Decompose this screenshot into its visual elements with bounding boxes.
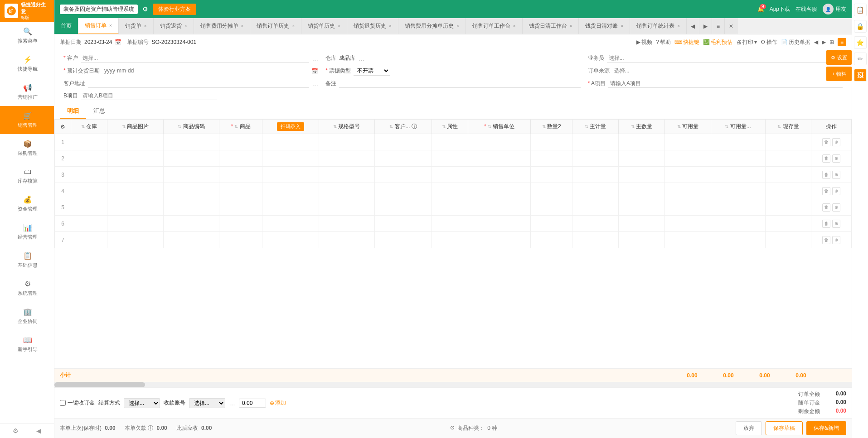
add-payment-btn[interactable]: ⊕ 添加 [270, 399, 286, 407]
row-6-customer-field[interactable] [375, 216, 432, 232]
sidebar-item-search[interactable]: 🔍 搜索菜单 [0, 22, 54, 50]
tab-close-order-workbench[interactable]: × [513, 24, 516, 29]
row-6-sales-unit[interactable] [468, 216, 531, 232]
row-2-attribute[interactable] [432, 150, 468, 167]
next-record-btn[interactable]: ▶ [822, 39, 826, 45]
row-2-copy-btn[interactable]: ⊕ [832, 154, 840, 163]
tab-close-icon[interactable]: × [109, 23, 112, 28]
a-project-input[interactable] [608, 79, 843, 88]
row-4-main-qty[interactable] [619, 183, 665, 199]
row-2-main-qty[interactable] [619, 150, 665, 167]
operations-btn[interactable]: ⚙ 操作 [761, 39, 777, 46]
invoice-type-select[interactable]: 不开票 [354, 66, 390, 76]
row-3-delete-btn[interactable]: 🗑 [822, 171, 830, 179]
row-4-stock[interactable] [765, 183, 811, 199]
view-video-btn[interactable]: ▶ 视频 [636, 39, 652, 46]
row-1-delete-btn[interactable]: 🗑 [822, 138, 830, 146]
delivery-calendar-icon[interactable]: 📅 [311, 68, 318, 74]
card-view-btn[interactable]: ≡ [838, 38, 846, 46]
row-5-available[interactable] [664, 199, 711, 216]
help-btn[interactable]: ? 帮助 [656, 39, 671, 46]
tab-cash-workbench[interactable]: 钱货日清工作台 × [523, 18, 579, 34]
row-4-warehouse[interactable] [71, 183, 107, 199]
sidebar-item-operations[interactable]: 📊 经营管理 [0, 218, 54, 246]
th-spec[interactable]: ⇅ 规格型号 [319, 120, 375, 134]
row-2-product[interactable] [219, 150, 262, 167]
prev-record-btn[interactable]: ◀ [814, 39, 818, 45]
row-5-spec[interactable] [319, 199, 375, 216]
sidebar-item-finance[interactable]: 💰 资金管理 [0, 190, 54, 218]
tab-close-sales-refund[interactable]: × [184, 24, 187, 29]
row-7-available[interactable] [664, 232, 711, 248]
row-1-sales-unit[interactable] [468, 134, 531, 150]
row-2-sales-unit[interactable] [468, 150, 531, 167]
row-6-spec[interactable] [319, 216, 375, 232]
account-select[interactable]: 选择... [189, 398, 225, 408]
draft-button[interactable]: 保存草稿 [766, 421, 803, 435]
row-1-warehouse[interactable] [71, 134, 107, 150]
tab-refund-history[interactable]: 销货退货历史 × [347, 18, 398, 34]
th-available[interactable]: ⇅ 可用量 [664, 120, 711, 134]
right-panel-btn-4[interactable]: ✏ [854, 53, 867, 65]
tab-close-cash-workbench[interactable]: × [570, 24, 572, 29]
shortcut-btn[interactable]: ⌨ 快捷键 [674, 39, 699, 46]
tab-home[interactable]: 首页 [54, 18, 78, 34]
row-2-delete-btn[interactable]: 🗑 [822, 154, 830, 163]
row-7-warehouse[interactable] [71, 232, 107, 248]
quick-payment-label[interactable]: 一键收订金 [60, 399, 95, 407]
profit-btn[interactable]: 💹 毛利预估 [703, 39, 732, 46]
customer-more-btn[interactable]: … [312, 55, 318, 62]
row-2-warehouse[interactable] [71, 150, 107, 167]
history-btn[interactable]: 📄 历史单据 [781, 39, 810, 46]
row-7-customer-field[interactable] [375, 232, 432, 248]
th-product-code[interactable]: ⇅ 商品编码 [163, 120, 219, 134]
remark-input[interactable] [339, 79, 580, 88]
sidebar-item-system[interactable]: ⚙ 系统管理 [0, 274, 54, 302]
tab-close-cash-reconcile[interactable]: × [621, 24, 623, 29]
row-3-spec[interactable] [319, 167, 375, 183]
row-6-stock[interactable] [765, 216, 811, 232]
address-more-btn[interactable]: … [312, 80, 318, 87]
row-4-sales-unit[interactable] [468, 183, 531, 199]
solution-button[interactable]: 体验行业方案 [153, 4, 196, 15]
row-1-available[interactable] [664, 134, 711, 150]
row-2-spec[interactable] [319, 150, 375, 167]
tab-close-order-history[interactable]: × [292, 24, 295, 29]
warehouse-value[interactable]: 成品库 [339, 54, 355, 62]
row-1-product-code[interactable] [163, 134, 219, 150]
sidebar-item-guide[interactable]: 📖 新手引导 [0, 330, 54, 358]
tab-sales-refund[interactable]: 销货退货 × [154, 18, 194, 34]
th-stock[interactable]: ⇅ 现存量 [765, 120, 811, 134]
row-4-product[interactable] [219, 183, 262, 199]
row-5-qty2[interactable] [531, 199, 572, 216]
row-7-sales-unit[interactable] [468, 232, 531, 248]
row-6-available[interactable] [664, 216, 711, 232]
order-source-input[interactable] [612, 67, 834, 75]
row-2-main-unit[interactable] [572, 150, 619, 167]
row-1-main-unit[interactable] [572, 134, 619, 150]
row-5-stock[interactable] [765, 199, 811, 216]
row-6-qty2[interactable] [531, 216, 572, 232]
row-3-available2[interactable] [711, 167, 765, 183]
print-btn[interactable]: 🖨 打印 ▾ [736, 39, 757, 46]
th-customer-field[interactable]: ⇅ 客户... ⓘ [375, 120, 432, 134]
row-6-main-qty[interactable] [619, 216, 665, 232]
date-value[interactable]: 2023-03-24 [84, 39, 112, 45]
row-4-qty2[interactable] [531, 183, 572, 199]
payment-amount-input[interactable] [239, 399, 266, 408]
row-7-main-qty[interactable] [619, 232, 665, 248]
row-1-product[interactable] [219, 134, 262, 150]
row-2-product-code[interactable] [163, 150, 219, 167]
row-4-customer-field[interactable] [375, 183, 432, 199]
address-input[interactable] [88, 79, 309, 88]
tab-summary[interactable]: 汇总 [86, 104, 112, 119]
row-6-product[interactable] [219, 216, 262, 232]
sidebar-item-enterprise[interactable]: 🏢 企业协同 [0, 302, 54, 330]
row-3-product[interactable] [219, 167, 262, 183]
row-4-copy-btn[interactable]: ⊕ [832, 187, 840, 195]
row-3-stock[interactable] [765, 167, 811, 183]
tab-close-fee-split[interactable]: × [241, 24, 244, 29]
row-4-delete-btn[interactable]: 🗑 [822, 187, 830, 195]
row-7-product[interactable] [219, 232, 262, 248]
row-7-stock[interactable] [765, 232, 811, 248]
